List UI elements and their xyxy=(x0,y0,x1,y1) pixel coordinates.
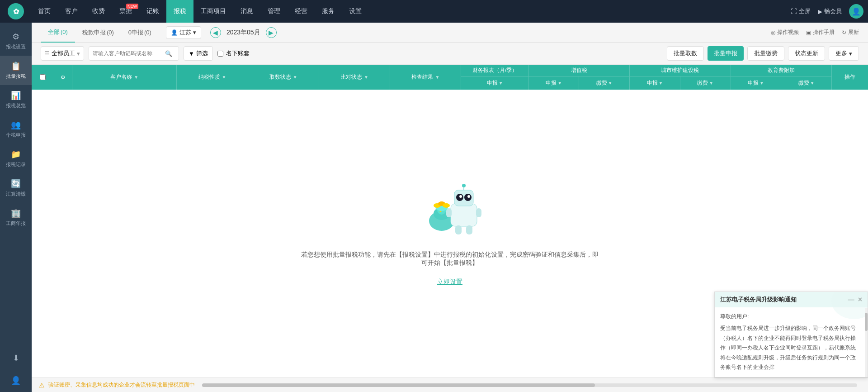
fullscreen-btn[interactable]: ⛶ 全屏 xyxy=(791,7,811,15)
chevron-down-icon: ▾ xyxy=(193,29,196,36)
download-icon: ⬇ xyxy=(13,353,19,363)
member-icon: ▶ xyxy=(818,8,822,15)
check-filter-icon[interactable]: ▼ xyxy=(435,75,439,80)
nav-item-fee[interactable]: 收费 xyxy=(85,0,112,23)
batch-pay-btn[interactable]: 批量缴费 xyxy=(747,46,784,61)
tab-all-count: (0) xyxy=(61,29,68,35)
taxpayer-filter-icon[interactable]: ▼ xyxy=(222,75,226,80)
edu-p-filter-icon[interactable]: ▼ xyxy=(810,81,815,86)
nav-item-settings[interactable]: 设置 xyxy=(342,0,369,23)
svg-point-7 xyxy=(443,203,450,208)
vat-p-filter-icon[interactable]: ▼ xyxy=(608,81,613,86)
th-edu-pay: 缴费 ▼ xyxy=(781,76,831,90)
batch-fetch-btn[interactable]: 批量取数 xyxy=(667,46,704,61)
edu-d-filter-icon[interactable]: ▼ xyxy=(760,81,764,86)
th-checkbox[interactable] xyxy=(32,65,54,90)
select-all-checkbox[interactable] xyxy=(40,74,46,80)
nav-item-tax[interactable]: 报税 xyxy=(166,0,193,23)
tab-all[interactable]: 全部(0) xyxy=(41,23,75,43)
notification-scrollbar[interactable] xyxy=(865,308,868,377)
th-settings[interactable]: ⚙ xyxy=(54,65,72,90)
customer-filter-icon[interactable]: ▼ xyxy=(134,75,138,80)
avatar[interactable]: 👤 xyxy=(849,4,863,19)
search-input[interactable] xyxy=(93,50,165,57)
nav-item-home[interactable]: 首页 xyxy=(31,0,58,23)
sidebar-item-tax-settings[interactable]: ⚙ 报税设置 xyxy=(0,26,32,56)
tab-bar: 全部(0) 税款申报(0) 0申报(0) 👤 江苏 ▾ ◀ 2023年05月 ▶… xyxy=(32,23,868,43)
compare-filter-icon[interactable]: ▼ xyxy=(364,75,368,80)
sidebar-item-tax-overview[interactable]: 📊 报税总览 xyxy=(0,85,32,115)
sidebar-item-reconciliation[interactable]: 🔄 汇算清缴 xyxy=(0,173,32,203)
filter-icon: ▼ xyxy=(189,50,194,57)
filter-btn[interactable]: ▼ 筛选 xyxy=(184,46,213,61)
nav-item-business[interactable]: 工商项目 xyxy=(193,0,233,23)
fetch-filter-icon[interactable]: ▼ xyxy=(293,75,297,80)
nav-item-message[interactable]: 消息 xyxy=(233,0,260,23)
th-vat-declare: 申报 ▼ xyxy=(529,76,580,90)
svg-point-13 xyxy=(467,195,470,198)
prev-month-btn[interactable]: ◀ xyxy=(210,27,221,38)
table-header-row1: ⚙ 客户名称 ▼ 纳税性质 ▼ 取数状态 ▼ 比对状态 ▼ xyxy=(32,65,868,90)
video-action[interactable]: ◎ 操作视频 xyxy=(771,29,799,36)
refresh-action[interactable]: ↻ 展新 xyxy=(842,29,859,36)
th-taxpayer: 纳税性质 ▼ xyxy=(177,65,248,90)
sidebar-item-annual-report[interactable]: 🏢 工商年报 xyxy=(0,203,32,232)
sidebar-item-batch-tax[interactable]: 📋 批量报税 xyxy=(0,56,32,85)
th-city-declare: 申报 ▼ xyxy=(630,76,680,90)
th-city-pay: 缴费 ▼ xyxy=(680,76,731,90)
tab-tax-declaration[interactable]: 税款申报(0) xyxy=(75,23,121,43)
sidebar-download[interactable]: ⬇ xyxy=(0,347,32,369)
user-icon: 👤 xyxy=(11,376,21,386)
empty-message: 若您想使用批量报税功能，请先在【报税设置】中进行报税的初始化设置，完成密码验证和… xyxy=(301,251,599,267)
th-operation: 操作 xyxy=(832,65,868,90)
scroll-track[interactable] xyxy=(202,383,857,387)
sidebar: ⚙ 报税设置 📋 批量报税 📊 报税总览 👥 个税申报 📁 报税记录 🔄 汇算清… xyxy=(0,23,32,392)
status-update-btn[interactable]: 状态更新 xyxy=(788,46,825,61)
manual-action[interactable]: ▣ 操作手册 xyxy=(806,29,835,36)
warning-icon: ⚠ xyxy=(39,382,45,389)
city-p-filter-icon[interactable]: ▼ xyxy=(709,81,713,86)
more-btn[interactable]: 更多 ▾ xyxy=(829,46,859,61)
tab-tax-count: (0) xyxy=(107,29,114,36)
th-financial-group: 财务报表（月/季） 申报 ▼ xyxy=(461,65,528,90)
nav-item-invoice[interactable]: 票据 NEW xyxy=(112,0,139,23)
reconciliation-icon: 🔄 xyxy=(11,179,21,189)
th-fetch-status: 取数状态 ▼ xyxy=(248,65,319,90)
main-layout: ⚙ 报税设置 📋 批量报税 📊 报税总览 👥 个税申报 📁 报税记录 🔄 汇算清… xyxy=(0,23,868,392)
member-btn[interactable]: ▶ 畅会员 xyxy=(818,7,842,15)
svg-point-15 xyxy=(462,184,466,187)
batch-report-btn[interactable]: 批量申报 xyxy=(708,46,744,61)
nav-item-management[interactable]: 管理 xyxy=(260,0,288,23)
tax-records-icon: 📁 xyxy=(11,149,21,159)
sidebar-item-tax-records[interactable]: 📁 报税记录 xyxy=(0,144,32,173)
tab-right-actions: ◎ 操作视频 ▣ 操作手册 ↻ 展新 xyxy=(771,29,859,36)
tab-zero-declaration[interactable]: 0申报(0) xyxy=(121,23,159,43)
svg-rect-19 xyxy=(466,225,472,234)
sidebar-item-personal-tax[interactable]: 👥 个税申报 xyxy=(0,115,32,144)
city-d-filter-icon[interactable]: ▼ xyxy=(659,81,663,86)
checkbox-label[interactable]: 名下账套 xyxy=(217,49,250,57)
video-icon: ◎ xyxy=(771,29,775,36)
logo[interactable]: ✿ xyxy=(5,0,27,23)
svg-rect-16 xyxy=(446,208,452,217)
vat-d-filter-icon[interactable]: ▼ xyxy=(557,81,562,86)
month-nav: ◀ 2023年05月 ▶ xyxy=(210,27,277,38)
sidebar-user[interactable]: 👤 xyxy=(0,369,32,392)
setup-link[interactable]: 立即设置 xyxy=(437,278,462,286)
current-month: 2023年05月 xyxy=(226,29,260,37)
th-compare-status: 比对状态 ▼ xyxy=(319,65,390,90)
province-selector[interactable]: 👤 江苏 ▾ xyxy=(166,26,201,39)
nav-item-bookkeeping[interactable]: 记账 xyxy=(139,0,166,23)
fullscreen-icon: ⛶ xyxy=(791,8,797,15)
notification-panel: 江苏电子税务局升级影响通知 — × 尊敬的用户: 受当前电子税务局进一步升级的影… xyxy=(714,292,868,378)
employee-selector[interactable]: ☰ 全部员工 ▾ xyxy=(41,46,84,61)
new-badge: NEW xyxy=(126,4,138,9)
fr-filter-icon[interactable]: ▼ xyxy=(499,81,503,86)
bottom-bar: ⚠ 验证账密、采集信息均成功的企业才会流转至批量报税页面中 xyxy=(32,378,868,392)
nav-item-operation[interactable]: 经营 xyxy=(288,0,315,23)
search-icon[interactable]: 🔍 xyxy=(165,50,172,57)
nav-item-service[interactable]: 服务 xyxy=(315,0,342,23)
nav-item-customer[interactable]: 客户 xyxy=(58,0,85,23)
accounts-checkbox[interactable] xyxy=(217,51,223,57)
next-month-btn[interactable]: ▶ xyxy=(266,27,277,38)
